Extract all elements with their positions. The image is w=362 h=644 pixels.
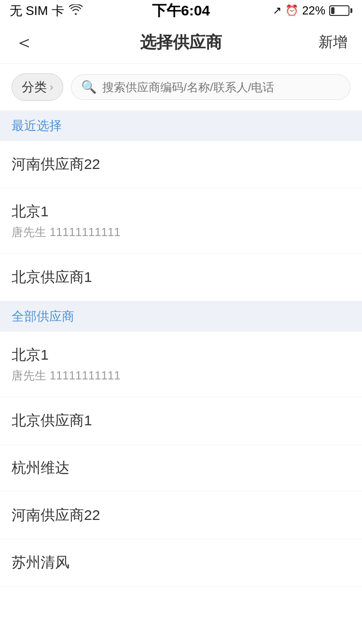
location-icon: ↗ [273,4,281,17]
list-item[interactable]: 北京供应商1 [0,254,362,301]
alarm-icon: ⏰ [285,4,298,17]
item-name: 河南供应商22 [12,505,350,525]
nav-bar: ＜ 选择供应商 新增 [0,21,362,64]
item-sub: 唐先生 11111111111 [12,224,350,240]
item-name: 北京供应商1 [12,411,350,431]
item-name: 苏州清风 [12,553,350,573]
page-title: 选择供应商 [140,31,222,54]
status-left: 无 SIM 卡 [10,2,83,19]
category-button[interactable]: 分类 › [12,73,63,101]
item-name: 河南供应商22 [12,154,350,174]
section-header-recent: 最近选择 [0,111,362,141]
item-name: 北京供应商1 [12,267,350,287]
carrier-text: 无 SIM 卡 [10,2,64,19]
item-sub: 唐先生 11111111111 [12,368,350,383]
list-item[interactable]: 北京供应商1 [0,397,362,445]
back-button[interactable]: ＜ [14,29,43,56]
list-item[interactable]: 北京1唐先生 11111111111 [0,332,362,397]
battery-icon [329,5,352,16]
item-name: 北京1 [12,202,350,222]
sections-container: 最近选择河南供应商22北京1唐先生 11111111111北京供应商1全部供应商… [0,111,362,587]
wifi-icon [69,3,83,18]
status-time: 下午6:04 [152,1,210,21]
filter-bar: 分类 › 🔍 [0,64,362,111]
item-name: 杭州维达 [12,458,350,478]
status-bar: 无 SIM 卡 下午6:04 ↗ ⏰ 22% [0,0,362,21]
add-button[interactable]: 新增 [319,32,348,52]
section-header-text: 最近选择 [12,118,62,133]
battery-pct: 22% [302,4,325,17]
list-item[interactable]: 苏州清风 [0,539,362,587]
section-header-text: 全部供应商 [12,309,74,323]
list-item[interactable]: 北京1唐先生 11111111111 [0,188,362,254]
section-header-all: 全部供应商 [0,301,362,332]
search-input[interactable] [102,81,340,94]
status-right: ↗ ⏰ 22% [273,4,352,17]
list-item[interactable]: 河南供应商22 [0,492,362,539]
search-box: 🔍 [71,74,350,100]
chevron-right-icon: › [50,81,53,94]
list-item[interactable]: 杭州维达 [0,445,362,492]
search-icon: 🔍 [81,80,97,95]
list-item[interactable]: 河南供应商22 [0,141,362,188]
category-label: 分类 [22,79,47,96]
item-name: 北京1 [12,345,350,365]
